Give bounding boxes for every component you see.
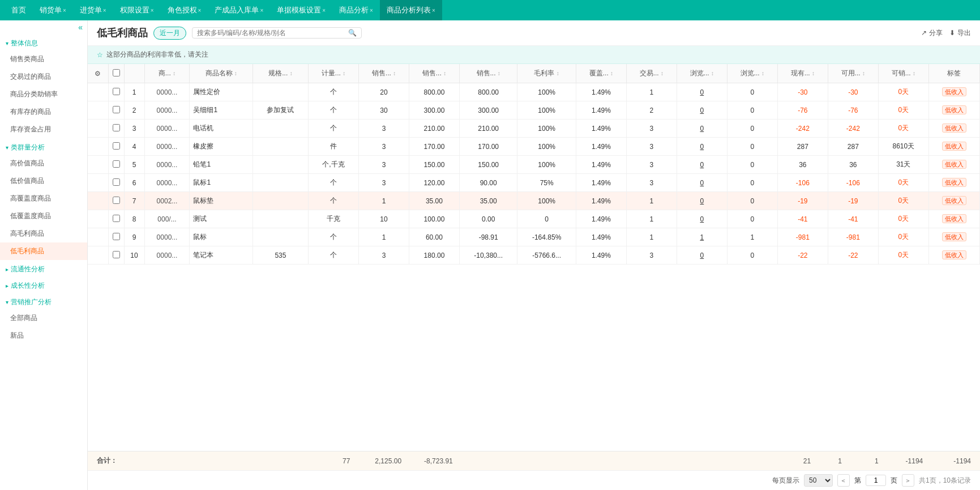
cell-browse1[interactable]: 0 xyxy=(677,138,727,156)
cell-browse1[interactable]: 0 xyxy=(677,174,727,192)
sidebar-section-overall[interactable]: ▾ 整体信息 xyxy=(0,34,87,50)
cell-name: 鼠标垫 xyxy=(190,192,253,210)
page-input[interactable] xyxy=(866,475,886,486)
cell-checkbox[interactable] xyxy=(108,246,124,265)
cell-browse1[interactable]: 0 xyxy=(677,192,727,210)
row-checkbox[interactable] xyxy=(113,215,120,222)
sidebar-item-low-value[interactable]: 低价值商品 xyxy=(0,172,87,190)
cell-browse1[interactable]: 0 xyxy=(677,156,727,174)
cell-price1: 300.00 xyxy=(409,101,459,120)
nav-purchase-order[interactable]: 进货单 × xyxy=(73,0,113,20)
row-checkbox[interactable] xyxy=(113,233,120,240)
search-input[interactable] xyxy=(197,29,348,37)
row-checkbox[interactable] xyxy=(113,88,120,95)
sidebar-item-stocked-goods[interactable]: 有库存的商品 xyxy=(0,103,87,121)
cell-checkbox[interactable] xyxy=(108,83,124,101)
nav-home[interactable]: 首页 xyxy=(5,0,33,20)
per-page-select[interactable]: 50 100 200 xyxy=(804,474,833,487)
export-btn[interactable]: ⬇ 导出 xyxy=(949,28,971,38)
th-days[interactable]: 可销... ↕ xyxy=(878,64,928,83)
sidebar-item-capital[interactable]: 库存资金占用 xyxy=(0,121,87,138)
cell-browse1[interactable]: 0 xyxy=(677,120,727,138)
cell-no: 5 xyxy=(124,156,144,174)
cell-browse1[interactable]: 0 xyxy=(677,101,727,120)
sidebar-item-low-coverage[interactable]: 低覆盖度商品 xyxy=(0,207,87,225)
cell-checkbox[interactable] xyxy=(108,228,124,246)
cell-checkbox[interactable] xyxy=(108,156,124,174)
th-name[interactable]: 商品名称 ↕ xyxy=(190,64,253,83)
cell-checkbox[interactable] xyxy=(108,101,124,120)
sidebar-item-new-goods[interactable]: 新品 xyxy=(0,327,87,344)
next-page-btn[interactable]: ＞ xyxy=(902,474,914,487)
th-browse2[interactable]: 浏览... ↕ xyxy=(727,64,777,83)
sidebar-item-sales-goods[interactable]: 销售类商品 xyxy=(0,50,87,68)
row-checkbox[interactable] xyxy=(113,124,120,131)
search-icon[interactable]: 🔍 xyxy=(348,29,357,37)
sidebar-collapse-btn[interactable]: « xyxy=(78,23,83,32)
nav-product-entry[interactable]: 产成品入库单 × xyxy=(208,0,270,20)
settings-icon[interactable]: ⚙ xyxy=(95,70,101,78)
share-btn[interactable]: ↗ 分享 xyxy=(921,28,943,38)
cell-checkbox[interactable] xyxy=(108,174,124,192)
row-checkbox[interactable] xyxy=(113,251,120,258)
sidebar-section-growth[interactable]: ▸ 成长性分析 xyxy=(0,276,87,293)
cell-settings xyxy=(88,174,108,192)
nav-goods-analysis-list[interactable]: 商品分析列表 × xyxy=(380,0,442,20)
th-browse1[interactable]: 浏览... ↕ xyxy=(677,64,727,83)
sidebar-item-high-margin[interactable]: 高毛利商品 xyxy=(0,225,87,242)
th-price1[interactable]: 销售... ↕ xyxy=(409,64,459,83)
th-unit[interactable]: 计量... ↕ xyxy=(309,64,359,83)
cell-spec xyxy=(253,192,308,210)
sidebar-item-high-coverage[interactable]: 高覆盖度商品 xyxy=(0,190,87,207)
sidebar-section-marketing[interactable]: ▾ 营销推广分析 xyxy=(0,293,87,309)
th-price2[interactable]: 销售... ↕ xyxy=(459,64,517,83)
sidebar-item-all-goods[interactable]: 全部商品 xyxy=(0,309,87,327)
nav-template-settings[interactable]: 单据模板设置 × xyxy=(270,0,332,20)
cell-days: 0天 xyxy=(878,174,928,192)
cell-browse1[interactable]: 0 xyxy=(677,83,727,101)
th-trade[interactable]: 交易... ↕ xyxy=(626,64,677,83)
goods-table: ⚙ 商... ↕ 商品名称 ↕ 规格... ↕ 计量... ↕ 销售... ↕ … xyxy=(88,64,980,265)
th-coverage[interactable]: 覆盖... ↕ xyxy=(576,64,626,83)
th-gross[interactable]: 毛利率 ↕ xyxy=(517,64,576,83)
select-all-checkbox[interactable] xyxy=(113,69,120,76)
nav-permissions[interactable]: 权限设置 × xyxy=(113,0,161,20)
sidebar-section-circulation[interactable]: ▸ 流通性分析 xyxy=(0,260,87,276)
prev-page-btn[interactable]: ＜ xyxy=(837,474,850,487)
row-checkbox[interactable] xyxy=(113,160,120,168)
sidebar-item-traded-goods[interactable]: 交易过的商品 xyxy=(0,68,87,86)
cell-browse1[interactable]: 0 xyxy=(677,246,727,265)
cell-checkbox[interactable] xyxy=(108,210,124,228)
sidebar-item-low-margin[interactable]: 低毛利商品 xyxy=(0,242,87,260)
sidebar-section-cluster[interactable]: ▾ 类群量分析 xyxy=(0,138,87,155)
cell-no: 1 xyxy=(124,83,144,101)
cell-gross: 0 xyxy=(517,210,576,228)
cell-checkbox[interactable] xyxy=(108,120,124,138)
cell-unit: 个 xyxy=(309,120,359,138)
th-spec[interactable]: 规格... ↕ xyxy=(253,64,308,83)
cell-browse1[interactable]: 0 xyxy=(677,210,727,228)
row-checkbox[interactable] xyxy=(113,142,120,150)
cell-qty: 1 xyxy=(358,192,409,210)
th-settings[interactable]: ⚙ xyxy=(88,64,108,83)
row-checkbox[interactable] xyxy=(113,197,120,204)
nav-goods-analysis[interactable]: 商品分析 × xyxy=(332,0,380,20)
cell-name: 橡皮擦 xyxy=(190,138,253,156)
cell-browse1[interactable]: 1 xyxy=(677,228,727,246)
sidebar-item-high-value[interactable]: 高价值商品 xyxy=(0,155,87,172)
th-checkbox[interactable] xyxy=(108,64,124,83)
row-checkbox[interactable] xyxy=(113,106,120,113)
th-stock2[interactable]: 可用... ↕ xyxy=(828,64,878,83)
cell-checkbox[interactable] xyxy=(108,192,124,210)
cell-gross: 75% xyxy=(517,174,576,192)
nav-role-auth[interactable]: 角色授权 × xyxy=(161,0,208,20)
th-code[interactable]: 商... ↕ xyxy=(144,64,190,83)
nav-sales-order[interactable]: 销货单 × xyxy=(33,0,73,20)
cell-unit: 件 xyxy=(309,138,359,156)
sidebar-item-category-rate[interactable]: 商品分类助销率 xyxy=(0,86,87,103)
cell-checkbox[interactable] xyxy=(108,138,124,156)
th-stock1[interactable]: 现有... ↕ xyxy=(777,64,828,83)
th-qty[interactable]: 销售... ↕ xyxy=(358,64,409,83)
row-checkbox[interactable] xyxy=(113,178,120,186)
filter-recent-month-btn[interactable]: 近一月 xyxy=(153,27,186,40)
